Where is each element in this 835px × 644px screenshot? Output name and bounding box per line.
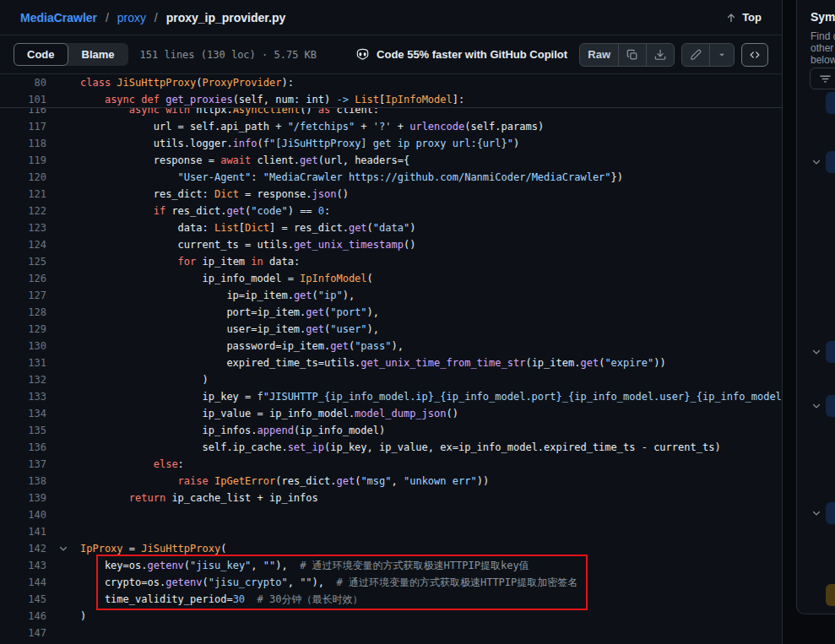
copy-button[interactable] <box>618 44 646 66</box>
symbol-list-item[interactable] <box>797 341 835 363</box>
chevron-down-icon[interactable] <box>811 508 822 518</box>
symbol-pill[interactable] <box>826 502 835 524</box>
code-text: data: List[Dict] = res_dict.get("data") <box>80 219 782 236</box>
line-number[interactable]: 137 <box>0 456 46 473</box>
download-icon <box>654 49 666 61</box>
copilot-banner-text: Code 55% faster with GitHub Copilot <box>377 48 567 61</box>
back-to-top-button[interactable]: Top <box>720 10 767 24</box>
line-number[interactable]: 146 <box>0 608 46 625</box>
gutter <box>46 236 80 253</box>
download-button[interactable] <box>646 44 674 66</box>
clipped-line: 116 async with httpx.AsyncClient() as cl… <box>0 108 782 118</box>
symbols-filter-input[interactable] <box>810 68 835 89</box>
code-text <box>80 506 782 523</box>
line-number[interactable]: 136 <box>0 439 46 456</box>
collapse-chevron-icon[interactable] <box>46 540 80 557</box>
pencil-icon <box>690 49 702 61</box>
symbol-pill[interactable] <box>826 584 835 606</box>
code-text: ip_infos.append(ip_info_model) <box>80 422 782 439</box>
code-line: 136 self.ip_cache.set_ip(ip_key, ip_valu… <box>0 439 782 456</box>
gutter <box>46 523 80 540</box>
symbol-list-item[interactable] <box>797 502 835 524</box>
raw-button[interactable]: Raw <box>580 44 618 66</box>
line-number[interactable]: 120 <box>0 169 46 186</box>
gutter <box>46 135 80 152</box>
code-text: "User-Agent": "MediaCrawler https://gith… <box>80 169 782 186</box>
line-number[interactable]: 101 <box>0 91 46 108</box>
code-text: for ip_item in data: <box>80 253 782 270</box>
line-number[interactable]: 134 <box>0 405 46 422</box>
edit-button[interactable] <box>682 44 709 66</box>
chevron-down-icon[interactable] <box>811 347 822 357</box>
line-number[interactable]: 144 <box>0 574 46 591</box>
line-number[interactable]: 124 <box>0 236 46 253</box>
line-number[interactable]: 123 <box>0 219 46 236</box>
line-number[interactable]: 127 <box>0 287 46 304</box>
code-text: user=ip_item.get("user"), <box>80 321 782 338</box>
code-text: url = self.api_path + "/fetchips" + '?' … <box>80 118 782 135</box>
line-number[interactable]: 130 <box>0 338 46 354</box>
line-number[interactable]: 117 <box>0 118 46 135</box>
tab-blame[interactable]: Blame <box>68 43 128 66</box>
line-number[interactable]: 132 <box>0 371 46 388</box>
code-line: 130 password=ip_item.get("pass"), <box>0 338 782 354</box>
copy-icon <box>626 49 638 61</box>
symbol-list-item[interactable] <box>797 395 835 417</box>
line-number[interactable]: 140 <box>0 506 46 523</box>
line-number[interactable]: 133 <box>0 388 46 405</box>
code-line: 140 <box>0 506 782 523</box>
code-line: 135 ip_infos.append(ip_info_model) <box>0 422 782 439</box>
code-text: res_dict: Dict = response.json() <box>80 186 782 203</box>
code-line: 101 async def get_proxies(self, num: int… <box>0 91 782 108</box>
edit-dropdown-button[interactable] <box>709 44 734 66</box>
gutter <box>46 456 80 473</box>
line-number[interactable]: 145 <box>0 591 46 608</box>
line-number[interactable]: 125 <box>0 253 46 270</box>
code-text: async def get_proxies(self, num: int) ->… <box>80 91 782 108</box>
line-number[interactable]: 80 <box>0 74 46 91</box>
line-number[interactable]: 122 <box>0 203 46 219</box>
gutter <box>46 354 80 371</box>
breadcrumb-repo-link[interactable]: MediaCrawler <box>20 11 97 24</box>
gutter <box>46 422 80 439</box>
chevron-down-icon[interactable] <box>811 157 822 167</box>
symbol-pill[interactable] <box>826 341 835 363</box>
symbols-panel-toggle[interactable] <box>741 43 768 67</box>
line-number[interactable]: 142 <box>0 540 46 557</box>
line-number[interactable]: 135 <box>0 422 46 439</box>
line-number[interactable]: 139 <box>0 490 46 506</box>
symbol-list-item[interactable] <box>797 92 835 114</box>
symbol-pill[interactable] <box>826 151 835 173</box>
gutter <box>46 490 80 506</box>
line-number[interactable]: 121 <box>0 186 46 203</box>
breadcrumb-folder-link[interactable]: proxy <box>117 11 146 24</box>
line-number[interactable]: 126 <box>0 270 46 287</box>
line-number[interactable]: 138 <box>0 473 46 490</box>
gutter <box>46 253 80 270</box>
code-text: ip_key = f"JISUHTTP_{ip_info_model.ip}_{… <box>80 388 782 405</box>
line-number[interactable]: 141 <box>0 523 46 540</box>
code-line: 128 port=ip_item.get("port"), <box>0 304 782 321</box>
symbol-pill[interactable] <box>826 395 835 417</box>
line-number[interactable]: 118 <box>0 135 46 152</box>
symbol-pill[interactable] <box>826 92 835 114</box>
symbol-list-item[interactable] <box>797 151 835 173</box>
tab-code[interactable]: Code <box>14 43 68 66</box>
symbols-panel-title: Symbols <box>811 10 835 24</box>
gutter <box>46 219 80 236</box>
code-line: 137 else: <box>0 456 782 473</box>
code-text: class JiSuHttpProxy(ProxyProvider): <box>80 74 782 91</box>
code-line: 145 time_validity_period=30 # 30分钟（最长时效） <box>0 591 782 608</box>
gutter <box>46 321 80 338</box>
line-number[interactable]: 116 <box>0 108 46 118</box>
line-number[interactable]: 128 <box>0 304 46 321</box>
line-number[interactable]: 143 <box>0 557 46 574</box>
copilot-banner: Code 55% faster with GitHub Copilot <box>355 47 567 62</box>
symbol-list-item[interactable] <box>797 584 835 606</box>
line-number[interactable]: 131 <box>0 354 46 371</box>
line-number[interactable]: 119 <box>0 152 46 169</box>
sticky-context-lines: 80class JiSuHttpProxy(ProxyProvider):101… <box>0 74 782 108</box>
line-number[interactable]: 129 <box>0 321 46 338</box>
line-number[interactable]: 147 <box>0 625 46 641</box>
chevron-down-icon[interactable] <box>811 401 822 411</box>
